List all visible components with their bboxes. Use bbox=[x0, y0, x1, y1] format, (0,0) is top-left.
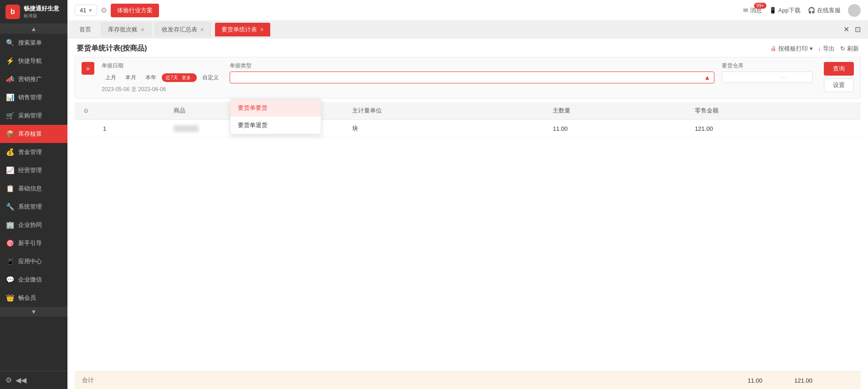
trial-button[interactable]: 体验行业方案 bbox=[111, 4, 159, 17]
col-unit-header: 主计量单位 bbox=[347, 102, 547, 120]
sidebar-item-operation[interactable]: 📈 经营管理 bbox=[0, 161, 67, 179]
tab-home[interactable]: 首页 bbox=[73, 23, 98, 36]
date-pill-this-year[interactable]: 本年 bbox=[142, 72, 160, 83]
print-icon: 🖨 bbox=[770, 45, 776, 52]
table-row: 1 ██████ 块 11.00 121.00 bbox=[75, 120, 861, 138]
print-label: 按模板打印 bbox=[778, 45, 808, 53]
warehouse-filter-input-container: ··· bbox=[722, 72, 813, 83]
sidebar-item-enterprise[interactable]: 🏢 企业协同 bbox=[0, 216, 67, 234]
type-filter-label: 单据类型 bbox=[230, 62, 714, 70]
app-label: App下载 bbox=[778, 6, 801, 15]
data-table: ⚙ 商品 主计量单位 主数量 零售金额 1 ██████ 块 11.00 121… bbox=[75, 102, 861, 138]
export-button[interactable]: ↓ 导出 bbox=[818, 45, 835, 53]
col-settings-header[interactable]: ⚙ bbox=[75, 102, 98, 120]
tab-order-summary[interactable]: 要货单统计表✕ bbox=[215, 22, 271, 36]
sidebar-item-app-center[interactable]: 📱 应用中心 bbox=[0, 252, 67, 271]
user-avatar[interactable] bbox=[848, 4, 861, 17]
app-download-button[interactable]: 📱 App下载 bbox=[769, 6, 801, 15]
message-badge: 99+ bbox=[754, 3, 766, 9]
sidebar-bottom: ⚙ ◀◀ bbox=[0, 371, 67, 389]
sidebar-item-member[interactable]: 👑 畅会员 bbox=[0, 289, 67, 307]
warehouse-more-icon[interactable]: ··· bbox=[781, 74, 809, 81]
quick-nav-icon: ⚡ bbox=[5, 56, 15, 66]
tab-close-collect-summary[interactable]: ✕ bbox=[200, 27, 204, 33]
tab-label-inventory-batch: 库存批次账 bbox=[108, 26, 138, 34]
sidebar-item-inventory[interactable]: 📦 库存核算 bbox=[0, 125, 67, 143]
footer-qty: 11.00 bbox=[748, 377, 763, 384]
table-container[interactable]: ⚙ 商品 主计量单位 主数量 零售金额 1 ██████ 块 11.00 121… bbox=[75, 102, 861, 371]
table-header-row: ⚙ 商品 主计量单位 主数量 零售金额 bbox=[75, 102, 861, 120]
refresh-label: 刷新 bbox=[847, 45, 859, 53]
operation-icon: 📈 bbox=[5, 166, 15, 175]
query-button[interactable]: 查询 bbox=[824, 62, 854, 76]
row-qty: 11.00 bbox=[547, 120, 689, 138]
date-pill-last-month[interactable]: 上月 bbox=[102, 72, 120, 83]
sidebar-item-guide[interactable]: 🎯 新手引导 bbox=[0, 234, 67, 252]
footer-label: 合计 bbox=[82, 376, 94, 384]
dropdown-item-order-goods[interactable]: 要货单要货 bbox=[231, 99, 321, 117]
page-title: 要货单统计表(按商品) bbox=[77, 44, 147, 53]
col-qty-header: 主数量 bbox=[547, 102, 689, 120]
date-filter-group: 单据日期 上月 本月 本年 近7天 更多 自定义 2023-05-06 至 20… bbox=[102, 62, 222, 93]
store-name: 41 bbox=[80, 7, 86, 14]
col-amount-header: 零售金额 bbox=[689, 102, 861, 120]
tab-minimize-icon[interactable]: ✕ bbox=[842, 23, 851, 36]
sidebar-collapse-icon[interactable]: ◀◀ bbox=[15, 376, 26, 384]
topbar-settings-icon[interactable]: ⚙ bbox=[101, 6, 107, 15]
sidebar-item-marketing[interactable]: 📣 营销推广 bbox=[0, 70, 67, 88]
sidebar-item-sales[interactable]: 📊 销售管理 bbox=[0, 88, 67, 107]
sales-icon: 📊 bbox=[5, 93, 15, 102]
sidebar-item-search[interactable]: 🔍 搜索菜单 bbox=[0, 34, 67, 52]
dropdown-item-order-return[interactable]: 要货单退货 bbox=[231, 117, 321, 134]
sidebar-item-system[interactable]: 🔧 系统管理 bbox=[0, 198, 67, 216]
online-service-button[interactable]: 🎧 在线客服 bbox=[808, 6, 841, 15]
sidebar-scroll-down[interactable]: ▼ bbox=[0, 307, 67, 317]
wechat-icon: 💬 bbox=[5, 275, 15, 284]
row-unit: 块 bbox=[347, 120, 547, 138]
filter-bar: » 单据日期 上月 本月 本年 近7天 更多 自定义 2023-05-06 至 … bbox=[75, 57, 861, 98]
message-icon: ✉ bbox=[743, 7, 748, 14]
main-content: 41 ▾ ⚙ 体验行业方案 ✉ 消息 99+ 📱 App下载 🎧 在线客服 bbox=[67, 0, 868, 389]
marketing-icon: 📣 bbox=[5, 75, 15, 84]
type-dropdown-menu: 要货单要货要货单退货 bbox=[230, 99, 321, 134]
member-label: 畅会员 bbox=[18, 294, 36, 302]
enterprise-icon: 🏢 bbox=[5, 220, 15, 230]
refresh-icon: ↻ bbox=[840, 45, 845, 52]
tab-label-collect-summary: 收发存汇总表 bbox=[162, 26, 197, 34]
tab-close-order-summary[interactable]: ✕ bbox=[260, 27, 264, 33]
date-pill-custom[interactable]: 自定义 bbox=[199, 72, 222, 83]
enterprise-label: 企业协同 bbox=[18, 221, 42, 229]
sidebar-item-wechat[interactable]: 💬 企业微信 bbox=[0, 271, 67, 289]
system-label: 系统管理 bbox=[18, 203, 42, 211]
date-pill-recent7[interactable]: 近7天 更多 bbox=[162, 73, 197, 82]
col-index-header bbox=[98, 102, 168, 120]
marketing-label: 营销推广 bbox=[18, 75, 42, 83]
filter-expand-button[interactable]: » bbox=[82, 62, 94, 75]
tab-collect-summary[interactable]: 收发存汇总表✕ bbox=[155, 22, 211, 36]
print-button[interactable]: 🖨 按模板打印 ▾ bbox=[770, 45, 813, 53]
sidebar-item-quick-nav[interactable]: ⚡ 快捷导航 bbox=[0, 52, 67, 70]
store-selector[interactable]: 41 ▾ bbox=[75, 5, 97, 16]
base-info-icon: 📋 bbox=[5, 184, 15, 193]
row-index: 1 bbox=[98, 120, 168, 138]
type-filter-group: 单据类型 ▲ 要货单要货要货单退货 bbox=[230, 62, 714, 83]
type-filter-input[interactable] bbox=[234, 74, 704, 81]
sidebar-item-finance[interactable]: 💰 资金管理 bbox=[0, 143, 67, 161]
column-settings-icon[interactable]: ⚙ bbox=[83, 107, 89, 114]
settings-filter-button[interactable]: 设置 bbox=[824, 78, 854, 92]
messages-button[interactable]: ✉ 消息 99+ bbox=[743, 6, 762, 15]
search-icon: 🔍 bbox=[5, 38, 15, 47]
tab-expand-icon[interactable]: ⊡ bbox=[853, 23, 863, 36]
quick-nav-label: 快捷导航 bbox=[18, 57, 42, 65]
sidebar-item-purchase[interactable]: 🛒 采购管理 bbox=[0, 107, 67, 125]
row-amount: 121.00 bbox=[689, 120, 861, 138]
refresh-button[interactable]: ↻ 刷新 bbox=[840, 45, 859, 53]
sidebar-scroll-up[interactable]: ▲ bbox=[0, 24, 67, 34]
type-filter-chevron-up-icon[interactable]: ▲ bbox=[704, 74, 710, 81]
type-filter-input-container: ▲ bbox=[230, 72, 714, 83]
sidebar-settings-icon[interactable]: ⚙ bbox=[5, 376, 12, 384]
sidebar-item-base-info[interactable]: 📋 基础信息 bbox=[0, 179, 67, 198]
date-pill-this-month[interactable]: 本月 bbox=[122, 72, 140, 83]
tab-inventory-batch[interactable]: 库存批次账✕ bbox=[101, 22, 151, 36]
tab-close-inventory-batch[interactable]: ✕ bbox=[140, 27, 144, 33]
